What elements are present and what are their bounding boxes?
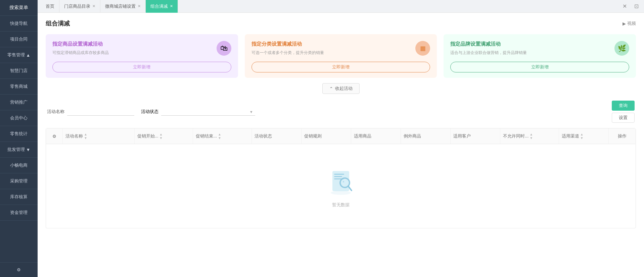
svg-rect-2: [334, 174, 344, 175]
empty-state: 暂无数据: [46, 144, 636, 228]
svg-point-0: [331, 191, 351, 195]
sidebar-item-purchase[interactable]: 采购管理: [0, 173, 38, 189]
th-goods-label: 适用商品: [354, 133, 371, 139]
th-customer: 适用客户: [451, 128, 500, 144]
retail-mgmt-label: 零售管理: [7, 52, 25, 58]
card-category: ▦ 指定分类设置满减活动 可选一个或者多个分类，提升分类的销量 立即新增: [245, 34, 437, 78]
th-end-label: 促销结束...: [196, 133, 217, 139]
sidebar-item-project[interactable]: 项目合同: [0, 32, 38, 47]
sidebar-search[interactable]: 搜索菜单: [0, 0, 38, 16]
svg-point-8: [343, 181, 344, 182]
th-name-label: 活动名称: [65, 133, 83, 139]
sidebar: 搜索菜单 快捷导航 项目合同 零售管理 ▲ 智慧门店 零售商城 营销推广 会员中…: [0, 0, 38, 277]
sidebar-item-quick-nav[interactable]: 快捷导航: [0, 16, 38, 32]
tab-combo-discount-label: 组合满减: [150, 3, 168, 9]
video-label: 视频: [627, 20, 636, 26]
query-button[interactable]: 查询: [612, 101, 635, 111]
sort-icon: ▲▼: [580, 132, 584, 140]
th-action-label: 操作: [618, 133, 627, 139]
search-bar: 活动名称 活动状态 进行中 已结束 未开始 ▾ 查询 设置: [46, 101, 636, 123]
tab-store-catalog-close[interactable]: ✕: [92, 4, 95, 8]
sidebar-item-retail-mall[interactable]: 零售商城: [0, 79, 38, 95]
th-status: 活动状态: [252, 128, 302, 144]
th-channel-label: 适用渠道: [562, 133, 579, 139]
data-table: ⚙ 活动名称 ▲▼ 促销开始... ▲▼ 促销结束... ▲▼ 活动状态: [46, 128, 636, 228]
th-rule-label: 促销规则: [304, 133, 322, 139]
activity-name-input[interactable]: [67, 108, 134, 116]
sidebar-item-member[interactable]: 会员中心: [0, 110, 38, 126]
card-brand-btn[interactable]: 立即新增: [450, 62, 629, 72]
card-goods-title: 指定商品设置满减活动: [52, 41, 231, 47]
tab-bar: 首页 门店商品目录 ✕ 微商城店铺设置 ✕ 组合满减 ✕ ✕ ⊡: [38, 0, 644, 13]
tab-wechat-setting-label: 微商城店铺设置: [105, 3, 136, 9]
chevron-down-icon: ▼: [26, 147, 31, 152]
card-goods-desc: 可指定滞销商品或库存较多商品: [52, 50, 231, 56]
gear-icon: ⚙: [52, 134, 56, 139]
th-goods: 适用商品: [351, 128, 401, 144]
play-circle-icon: ▶: [623, 21, 626, 26]
tab-combo-discount[interactable]: 组合满减 ✕: [146, 0, 178, 13]
card-brand-desc: 适合与上游企业联合做营销，提升品牌销量: [450, 50, 629, 56]
sidebar-item-retail-stats[interactable]: 零售统计: [0, 126, 38, 142]
collapse-button[interactable]: ⌃ 收起活动: [322, 83, 360, 94]
th-status-label: 活动状态: [255, 133, 272, 139]
sort-icon: ▲▼: [84, 132, 87, 140]
setting-button[interactable]: 设置: [612, 113, 635, 123]
card-goods-btn[interactable]: 立即新增: [52, 62, 231, 72]
th-end[interactable]: 促销结束... ▲▼: [193, 128, 251, 144]
sidebar-item-wholesale[interactable]: 批发管理 ▼: [0, 142, 38, 158]
card-brand-title: 指定品牌设置满减活动: [450, 41, 629, 47]
wholesale-label: 批发管理: [7, 147, 25, 153]
tab-bar-actions: ✕ ⊡: [620, 2, 641, 10]
th-name[interactable]: 活动名称 ▲▼: [63, 128, 135, 144]
th-channel[interactable]: 适用渠道 ▲▼: [559, 128, 609, 144]
activity-name-label: 活动名称: [47, 109, 64, 115]
collapse-icon: ⌃: [329, 86, 333, 91]
status-select-wrapper: 进行中 已结束 未开始 ▾: [161, 108, 255, 116]
empty-text: 暂无数据: [53, 202, 629, 208]
card-category-title: 指定分类设置满减活动: [251, 41, 430, 47]
sidebar-item-inventory[interactable]: 库存核算: [0, 189, 38, 205]
tab-home-label: 首页: [46, 3, 54, 9]
tab-wechat-setting[interactable]: 微商城店铺设置 ✕: [100, 0, 146, 13]
tab-store-catalog[interactable]: 门店商品目录 ✕: [59, 0, 100, 13]
card-brand: 🌿 指定品牌设置满减活动 适合与上游企业联合做营销，提升品牌销量 立即新增: [444, 34, 636, 78]
content-area: 组合满减 ▶ 视频 🛍 指定商品设置满减活动 可指定滞销商品或库存较多商品 立即…: [38, 13, 644, 277]
maximize-window-btn[interactable]: ⊡: [632, 2, 641, 10]
activity-status-label: 活动状态: [141, 109, 158, 115]
collapse-label: 收起活动: [335, 86, 353, 92]
th-gear[interactable]: ⚙: [46, 128, 63, 144]
chevron-up-icon: ▲: [26, 53, 31, 58]
close-window-btn[interactable]: ✕: [620, 2, 629, 10]
tab-combo-discount-close[interactable]: ✕: [170, 4, 173, 8]
sidebar-item-smart-store[interactable]: 智慧门店: [0, 63, 38, 79]
tab-wechat-setting-close[interactable]: ✕: [138, 4, 141, 8]
table-header: ⚙ 活动名称 ▲▼ 促销开始... ▲▼ 促销结束... ▲▼ 活动状态: [46, 128, 636, 144]
brand-icon: 🌿: [614, 41, 629, 56]
activity-status-select[interactable]: 进行中 已结束 未开始: [161, 108, 255, 116]
th-customer-label: 适用客户: [453, 133, 471, 139]
sidebar-item-xiaochang[interactable]: 小畅电商: [0, 158, 38, 173]
page-header: 组合满减 ▶ 视频: [46, 19, 636, 27]
sidebar-settings[interactable]: ⚙: [0, 262, 38, 277]
th-conflict[interactable]: 不允许同时... ▲▼: [500, 128, 559, 144]
sidebar-item-finance[interactable]: 资金管理: [0, 205, 38, 221]
sort-icon: ▲▼: [159, 132, 163, 140]
video-link[interactable]: ▶ 视频: [623, 20, 636, 26]
th-except-label: 例外商品: [404, 133, 421, 139]
page-title: 组合满减: [46, 19, 70, 27]
main-area: 首页 门店商品目录 ✕ 微商城店铺设置 ✕ 组合满减 ✕ ✕ ⊡ 组合满减 ▶ …: [38, 0, 644, 277]
card-goods: 🛍 指定商品设置满减活动 可指定滞销商品或库存较多商品 立即新增: [46, 34, 238, 78]
tab-home[interactable]: 首页: [41, 0, 59, 13]
card-category-btn[interactable]: 立即新增: [251, 62, 430, 72]
sort-icon: ▲▼: [218, 132, 221, 140]
empty-illustration: [324, 164, 358, 198]
activity-name-field: 活动名称: [47, 108, 134, 116]
th-conflict-label: 不允许同时...: [503, 133, 528, 139]
sidebar-item-retail-mgmt[interactable]: 零售管理 ▲: [0, 47, 38, 63]
th-start[interactable]: 促销开始... ▲▼: [135, 128, 193, 144]
th-start-label: 促销开始...: [137, 133, 158, 139]
gear-icon: ⚙: [17, 267, 21, 272]
sidebar-item-marketing[interactable]: 营销推广: [0, 95, 38, 110]
search-buttons: 查询 设置: [612, 101, 635, 123]
